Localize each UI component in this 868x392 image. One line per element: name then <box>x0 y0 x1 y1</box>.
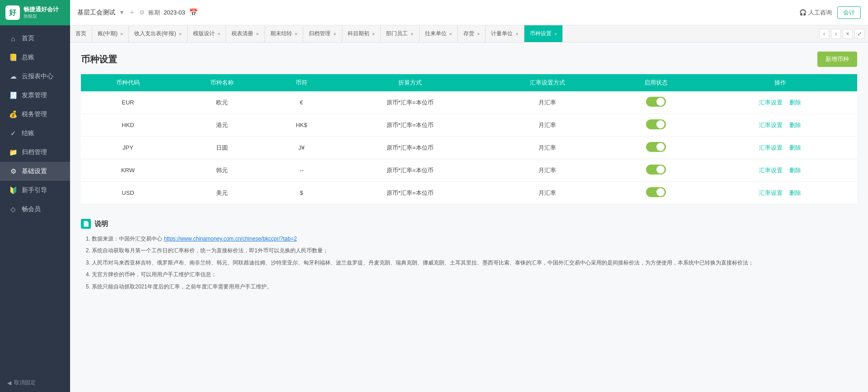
calendar-icon[interactable]: 📅 <box>189 8 198 17</box>
cell-toggle[interactable] <box>609 159 703 182</box>
tab-close-period[interactable]: × <box>120 31 123 37</box>
tab-prev-button[interactable]: ‹ <box>819 29 829 39</box>
tab-unit[interactable]: 计量单位× <box>486 25 524 43</box>
notice-link[interactable]: https://www.chinamoney.com.cn/chinese/bk… <box>164 236 297 242</box>
sidebar-item-tax[interactable]: 💰税务管理 <box>0 105 70 124</box>
sidebar-footer[interactable]: ◀ 取消固定 <box>0 373 70 392</box>
nav-icon-reports: ☁ <box>9 72 17 80</box>
tab-close-subjects[interactable]: × <box>372 31 375 37</box>
enable-toggle[interactable] <box>646 165 666 175</box>
tab-label-period: 账(中期) <box>98 30 118 38</box>
col-header: 启用状态 <box>609 74 703 91</box>
tab-dept[interactable]: 部门员工× <box>381 25 419 43</box>
cell-calc: 原币*汇率=本位币 <box>334 114 486 137</box>
sidebar-item-invoice[interactable]: 🧾发票管理 <box>0 86 70 105</box>
delete-link[interactable]: 删除 <box>789 122 801 128</box>
nav-icon-ledger: 📒 <box>9 53 17 61</box>
nav-icon-guide: 🔰 <box>9 186 17 194</box>
delete-link[interactable]: 删除 <box>789 99 801 106</box>
tab-period_end[interactable]: 期末结转× <box>265 25 303 43</box>
tab-inventory[interactable]: 存货× <box>458 25 486 43</box>
enable-toggle[interactable] <box>646 142 666 152</box>
cell-code: KRW <box>81 159 175 182</box>
tab-subjects[interactable]: 科目期初× <box>342 25 381 43</box>
tab-label-inventory: 存货 <box>463 30 474 38</box>
nav-icon-archive: 📁 <box>9 148 17 156</box>
nav-label-settle: 结账 <box>22 129 34 137</box>
tab-label-income: 收入支出表(年报) <box>134 30 176 38</box>
sidebar-item-basic[interactable]: ⚙基础设置 <box>0 162 70 181</box>
sidebar-item-home[interactable]: ⌂首页 <box>0 29 70 48</box>
tab-close-clients[interactable]: × <box>449 31 452 37</box>
sidebar-item-archive[interactable]: 📁归档管理 <box>0 143 70 162</box>
cell-toggle[interactable] <box>609 137 703 159</box>
tab-period[interactable]: 账(中期)× <box>92 25 129 43</box>
topbar-left: 基层工会测试 ▼ ＋ ⚙ 账期 2023-03 📅 <box>77 8 198 17</box>
rate-setting-link[interactable]: 汇率设置 <box>759 144 783 151</box>
cell-calc: 原币*汇率=本位币 <box>334 91 486 114</box>
sidebar-item-settle[interactable]: ✓结账 <box>0 124 70 143</box>
tab-income[interactable]: 收入支出表(年报)× <box>129 25 187 43</box>
nav-label-ledger: 总账 <box>22 53 34 61</box>
tab-currency[interactable]: 币种设置× <box>524 25 563 43</box>
rate-setting-link[interactable]: 汇率设置 <box>759 99 783 106</box>
notice-icon: 📄 <box>81 219 91 229</box>
delete-link[interactable]: 删除 <box>789 144 801 151</box>
account-button[interactable]: 会计 <box>837 6 861 19</box>
tab-close-all-button[interactable]: × <box>843 29 853 39</box>
sidebar-item-member[interactable]: ◇畅会员 <box>0 200 70 219</box>
rate-setting-link[interactable]: 汇率设置 <box>759 122 783 128</box>
tab-archive[interactable]: 归档管理× <box>303 25 342 43</box>
tab-clients[interactable]: 往来单位× <box>420 25 458 43</box>
tab-label-home: 首页 <box>75 30 86 38</box>
sidebar-item-reports[interactable]: ☁云报表中心 <box>0 67 70 86</box>
currency-table: 币种代码币种名称币符折算方式汇率设置方式启用状态操作 EUR 欧元 € 原币*汇… <box>81 74 857 204</box>
rate-setting-link[interactable]: 汇率设置 <box>759 189 783 196</box>
tab-expand-button[interactable]: ⤢ <box>854 29 864 39</box>
tab-template[interactable]: 模版设计× <box>188 25 226 43</box>
add-icon[interactable]: ＋ <box>128 8 136 17</box>
enable-toggle[interactable] <box>646 119 666 129</box>
tab-close-inventory[interactable]: × <box>477 31 480 37</box>
tab-close-currency[interactable]: × <box>554 31 557 37</box>
tab-close-template[interactable]: × <box>217 31 220 37</box>
tab-close-income[interactable]: × <box>179 31 181 37</box>
cell-toggle[interactable] <box>609 114 703 137</box>
cell-name: 港元 <box>175 114 269 137</box>
sidebar: 好 畅捷通好会计 旗舰版 ⌂首页📒总账☁云报表中心🧾发票管理💰税务管理✓结账📁归… <box>0 0 70 392</box>
nav-label-archive: 归档管理 <box>22 148 47 156</box>
sidebar-item-guide[interactable]: 🔰新手引导 <box>0 181 70 200</box>
nav-label-invoice: 发票管理 <box>22 91 47 99</box>
tab-home[interactable]: 首页 <box>70 25 92 43</box>
settings-icon[interactable]: ⚙ <box>139 9 145 16</box>
content-area: 币种设置 新增币种 币种代码币种名称币符折算方式汇率设置方式启用状态操作 EUR… <box>70 43 868 392</box>
tab-next-button[interactable]: › <box>831 29 841 39</box>
cell-name: 欧元 <box>175 91 269 114</box>
tab-close-dept[interactable]: × <box>410 31 413 37</box>
dropdown-icon[interactable]: ▼ <box>119 9 125 16</box>
cell-code: JPY <box>81 137 175 159</box>
tab-close-tax[interactable]: × <box>256 31 259 37</box>
tab-close-period_end[interactable]: × <box>295 31 297 37</box>
cell-toggle[interactable] <box>609 91 703 114</box>
notice-item: 人民币对马来西亚林吉特、俄罗斯卢布、南非兰特、韩元、阿联酋迪拉姆、沙特里亚尔、匈… <box>92 258 857 267</box>
tab-label-archive: 归档管理 <box>309 30 330 38</box>
tab-close-archive[interactable]: × <box>333 31 336 37</box>
rate-setting-link[interactable]: 汇率设置 <box>759 167 783 174</box>
enable-toggle[interactable] <box>646 187 666 197</box>
account-label: 会计 <box>843 9 855 16</box>
delete-link[interactable]: 删除 <box>789 167 801 174</box>
tab-close-unit[interactable]: × <box>515 31 518 37</box>
enable-toggle[interactable] <box>646 97 666 107</box>
notice-item: 无官方牌价的币种，可以用用户手工维护汇率信息； <box>92 270 857 279</box>
cell-toggle[interactable] <box>609 182 703 204</box>
consult-button[interactable]: 🎧 人工咨询 <box>799 9 832 17</box>
sidebar-item-ledger[interactable]: 📒总账 <box>0 48 70 67</box>
col-header: 折算方式 <box>334 74 486 91</box>
tab-tax[interactable]: 税表清册× <box>226 25 264 43</box>
new-currency-button[interactable]: 新增币种 <box>817 52 857 67</box>
cell-name: 美元 <box>175 182 269 204</box>
nav-label-guide: 新手引导 <box>22 186 47 194</box>
tab-label-clients: 往来单位 <box>425 30 447 38</box>
delete-link[interactable]: 删除 <box>789 189 801 196</box>
